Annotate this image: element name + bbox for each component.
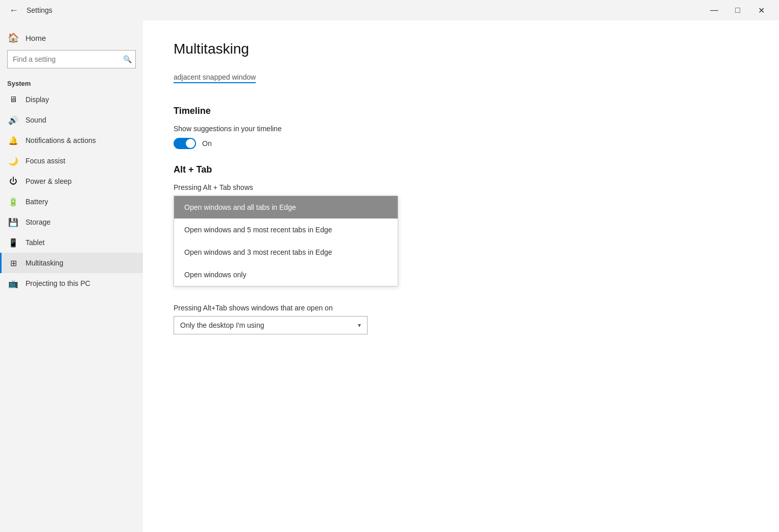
- dropdown-list: Open windows and all tabs in Edge Open w…: [174, 196, 398, 286]
- sidebar-item-sound[interactable]: 🔊 Sound: [0, 110, 143, 130]
- focus-icon: 🌙: [7, 155, 19, 167]
- page-title: Multitasking: [174, 41, 748, 57]
- sidebar-item-storage[interactable]: 💾 Storage: [0, 212, 143, 232]
- sidebar-item-notifications[interactable]: 🔔 Notifications & actions: [0, 130, 143, 151]
- sidebar-item-projecting-label: Projecting to this PC: [26, 279, 90, 287]
- home-label: Home: [26, 34, 46, 42]
- sidebar-item-display[interactable]: 🖥 Display: [0, 89, 143, 110]
- sidebar-item-focus-label: Focus assist: [26, 157, 65, 165]
- tablet-icon: 📱: [7, 236, 19, 249]
- app-body: 🏠 Home 🔍 System 🖥 Display 🔊 Sound 🔔 Noti…: [0, 20, 779, 532]
- dropdown-option-all-tabs[interactable]: Open windows and all tabs in Edge: [174, 196, 398, 219]
- sidebar-item-multitasking-label: Multitasking: [26, 259, 63, 267]
- timeline-section-title: Timeline: [174, 106, 748, 116]
- alt-tab-title: Alt + Tab: [174, 164, 748, 175]
- battery-icon: 🔋: [7, 196, 19, 208]
- home-icon: 🏠: [7, 32, 19, 44]
- projecting-icon: 📺: [7, 277, 19, 289]
- back-button[interactable]: ←: [6, 3, 21, 18]
- desktop-dropdown[interactable]: Only the desktop I'm using ▾: [174, 316, 368, 334]
- sidebar-item-tablet-label: Tablet: [26, 238, 44, 247]
- sidebar-item-battery[interactable]: 🔋 Battery: [0, 191, 143, 212]
- toggle-row: On: [174, 138, 748, 149]
- minimize-button[interactable]: —: [702, 0, 726, 20]
- show-suggestions-label: Show suggestions in your timeline: [174, 125, 748, 133]
- sidebar-item-notifications-label: Notifications & actions: [26, 136, 96, 144]
- main-content: Multitasking adjacent snapped window Tim…: [143, 20, 779, 532]
- sidebar-item-home[interactable]: 🏠 Home: [0, 26, 143, 50]
- storage-icon: 💾: [7, 216, 19, 228]
- dropdown-option-3-tabs[interactable]: Open windows and 3 most recent tabs in E…: [174, 241, 398, 263]
- sidebar-item-display-label: Display: [26, 95, 49, 104]
- close-button[interactable]: ✕: [749, 0, 773, 20]
- window-controls: — □ ✕: [702, 0, 773, 20]
- app-title: Settings: [27, 6, 53, 14]
- chevron-down-icon: ▾: [358, 322, 361, 329]
- sidebar-item-tablet[interactable]: 📱 Tablet: [0, 232, 143, 253]
- power-icon: ⏻: [7, 175, 19, 187]
- sidebar-item-storage-label: Storage: [26, 218, 51, 226]
- adjacent-text: adjacent snapped window: [174, 73, 256, 83]
- toggle-state-label: On: [202, 139, 212, 148]
- notifications-icon: 🔔: [7, 134, 19, 147]
- pressing-label: Pressing Alt + Tab shows: [174, 183, 748, 191]
- desktop-dropdown-value: Only the desktop I'm using: [180, 321, 264, 329]
- pressing-alt-tab-label: Pressing Alt+Tab shows windows that are …: [174, 304, 748, 312]
- sidebar-item-multitasking[interactable]: ⊞ Multitasking: [0, 253, 143, 273]
- search-input[interactable]: [7, 50, 136, 68]
- display-icon: 🖥: [7, 93, 19, 106]
- timeline-toggle[interactable]: [174, 138, 196, 149]
- section-label: System: [0, 77, 143, 89]
- sound-icon: 🔊: [7, 114, 19, 126]
- maximize-button[interactable]: □: [726, 0, 749, 20]
- sidebar-item-power-label: Power & sleep: [26, 177, 71, 185]
- sidebar-item-projecting[interactable]: 📺 Projecting to this PC: [0, 273, 143, 294]
- dropdown-option-5-tabs[interactable]: Open windows and 5 most recent tabs in E…: [174, 219, 398, 241]
- sidebar-item-focus[interactable]: 🌙 Focus assist: [0, 151, 143, 171]
- sidebar-item-power[interactable]: ⏻ Power & sleep: [0, 171, 143, 191]
- sidebar-search-container: 🔍: [7, 50, 136, 68]
- sidebar-item-battery-label: Battery: [26, 198, 48, 206]
- dropdown-option-windows-only[interactable]: Open windows only: [174, 263, 398, 286]
- title-bar: ← Settings — □ ✕: [0, 0, 779, 20]
- sidebar: 🏠 Home 🔍 System 🖥 Display 🔊 Sound 🔔 Noti…: [0, 20, 143, 532]
- sidebar-item-sound-label: Sound: [26, 116, 46, 124]
- multitasking-icon: ⊞: [7, 257, 19, 269]
